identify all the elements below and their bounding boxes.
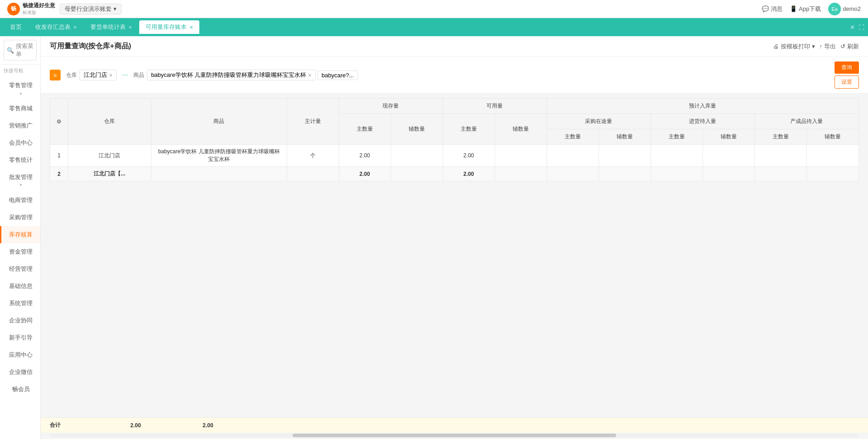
sidebar-business-label: 经营管理	[9, 265, 33, 273]
row-2-product	[151, 167, 287, 181]
sidebar-item-business[interactable]: 经营管理	[0, 260, 40, 278]
chevron-down-icon: ▲	[19, 91, 23, 95]
search-icon: 🔍	[7, 47, 14, 54]
sidebar: 🔍 搜索菜单 快捷导航 零售管理 ▲ 零售商城 营销推广 会员中心 零售统计 批…	[0, 36, 41, 439]
print-label: 按模板打印	[781, 42, 810, 51]
tab-action-expand[interactable]: ⛶	[859, 24, 864, 31]
sidebar-search[interactable]: 🔍 搜索菜单	[0, 36, 40, 65]
refresh-btn[interactable]: ↺ 刷新	[840, 42, 859, 51]
warehouse-tag-0-text: 江北门店	[84, 71, 107, 79]
product-filter-label: 商品	[133, 71, 144, 79]
sidebar-item-ecommerce[interactable]: 电商管理	[0, 192, 40, 209]
brand-info: 畅捷通好生意 标准版	[23, 2, 55, 16]
sidebar-item-zero-retail[interactable]: 零售管理 ▲	[0, 77, 40, 100]
tab-available-stock-label: 可用量库存账本	[146, 23, 187, 31]
row-1-prod-main	[755, 145, 807, 167]
sidebar-item-finance[interactable]: 资金管理	[0, 243, 40, 260]
th-purchase-main: 主数量	[547, 129, 599, 145]
sidebar-item-wholesale[interactable]: 批发管理 ▼	[0, 169, 40, 192]
warehouse-filter-group: 仓库 江北门店 ✕	[66, 70, 117, 80]
message-btn[interactable]: 💬 消息	[762, 5, 783, 13]
top-bar-left: 畅 畅捷通好生意 标准版 母婴行业演示账套 ▾	[7, 2, 122, 16]
row-2-unit	[287, 167, 339, 181]
th-purchase-transit: 采购在途量	[547, 114, 651, 129]
row-1-index: 1	[50, 145, 68, 167]
sidebar-item-retail-stats[interactable]: 零售统计	[0, 151, 40, 169]
row-2-purchase-main	[547, 167, 599, 181]
product-tag-0[interactable]: babycare学饮杯 儿童防摔防撞吸管杯重力球吸嘴杯宝宝水杯 ✕	[147, 70, 316, 80]
page-header: 可用量查询(按仓库+商品) 🖨 按模板打印 ▾ ↑ 导出 ↺ 刷新	[41, 36, 868, 57]
footer-stock-main: 2.00	[118, 422, 154, 429]
top-bar-right: 💬 消息 📱 App下载 Ea demo2	[762, 3, 861, 15]
filter-more-warehouse[interactable]: ···	[122, 71, 128, 79]
row-1-inbound-aux	[703, 145, 755, 167]
sidebar-item-enterprise[interactable]: 企业协同	[0, 312, 40, 329]
th-settings[interactable]: ⚙	[50, 99, 68, 145]
product-tag-1[interactable]: babycare?...	[317, 71, 358, 80]
sidebar-guide-label: 新手引导	[9, 334, 33, 342]
tab-bar: 首页 收发存汇总表 ✕ 要货单统计表 ✕ 可用量库存账本 ✕ ✕ ⛶	[0, 18, 868, 36]
top-bar: 畅 畅捷通好生意 标准版 母婴行业演示账套 ▾ 💬 消息 📱 App下载 Ea …	[0, 0, 868, 18]
sidebar-item-marketing[interactable]: 营销推广	[0, 117, 40, 134]
sidebar-item-wechat[interactable]: 企业微信	[0, 363, 40, 381]
th-inbound-pending: 进货待入量	[651, 114, 755, 129]
sidebar-purchase-label: 采购管理	[9, 213, 33, 222]
filter-toggle-btn[interactable]: »	[50, 70, 61, 80]
row-2-warehouse: 江北门店【...	[68, 167, 151, 181]
footer-label: 合计	[50, 421, 118, 429]
th-main-unit: 主计量	[287, 99, 339, 145]
th-purchase-aux: 辅数量	[599, 129, 651, 145]
scroll-bar-thumb[interactable]	[292, 434, 616, 437]
print-icon: 🖨	[773, 43, 779, 50]
tab-order-stats[interactable]: 要货单统计表 ✕	[84, 20, 138, 34]
export-btn[interactable]: ↑ 导出	[820, 42, 836, 51]
sidebar-item-purchase[interactable]: 采购管理	[0, 209, 40, 226]
sidebar-item-guide[interactable]: 新手引导	[0, 329, 40, 346]
sidebar-item-vip[interactable]: 畅会员	[0, 381, 40, 398]
scroll-bar-track	[50, 434, 859, 437]
sidebar-item-app-center[interactable]: 应用中心	[0, 346, 40, 363]
sidebar-item-system[interactable]: 系统管理	[0, 295, 40, 312]
tab-home[interactable]: 首页	[4, 20, 28, 34]
table-scroll-bar[interactable]	[41, 433, 868, 439]
tab-available-stock-close[interactable]: ✕	[189, 25, 193, 30]
sidebar-retail-stats-label: 零售统计	[9, 156, 33, 164]
product-tag-0-remove[interactable]: ✕	[308, 73, 311, 78]
chevron-down-icon-2: ▼	[19, 183, 23, 187]
content-area: 可用量查询(按仓库+商品) 🖨 按模板打印 ▾ ↑ 导出 ↺ 刷新 »	[41, 36, 868, 439]
brand-icon: 畅	[7, 3, 20, 15]
tab-available-stock[interactable]: 可用量库存账本 ✕	[139, 20, 199, 34]
print-btn[interactable]: 🖨 按模板打印 ▾	[773, 42, 815, 51]
refresh-label: 刷新	[847, 42, 859, 51]
sidebar-zero-retail-label: 零售管理	[9, 81, 33, 90]
warehouse-tag-0-remove[interactable]: ✕	[109, 73, 113, 78]
tab-order-stats-close[interactable]: ✕	[128, 25, 132, 30]
product-tag-1-text: babycare?...	[321, 72, 354, 79]
sidebar-item-members[interactable]: 会员中心	[0, 134, 40, 151]
brand-sub: 标准版	[23, 9, 55, 16]
sidebar-wechat-label: 企业微信	[9, 368, 33, 376]
user-profile[interactable]: Ea demo2	[828, 3, 861, 15]
row-1-purchase-main	[547, 145, 599, 167]
tab-receipts-close[interactable]: ✕	[73, 25, 77, 30]
sidebar-item-inventory[interactable]: 库存核算	[0, 226, 40, 243]
tab-receipts[interactable]: 收发存汇总表 ✕	[29, 20, 83, 34]
tab-receipts-label: 收发存汇总表	[35, 23, 71, 31]
data-table: ⚙ 仓库 商品 主计量 现存量 可用量 预计入库量 主数量 辅数量 主数量 辅数…	[50, 98, 859, 181]
sidebar-item-retail-mall[interactable]: 零售商城	[0, 100, 40, 117]
query-button[interactable]: 查询	[835, 61, 859, 74]
filter-actions: 查询 设置	[835, 61, 859, 89]
industry-selector[interactable]: 母婴行业演示账套 ▾	[60, 4, 122, 14]
row-1-stock-main: 2.00	[339, 145, 391, 167]
row-1-purchase-aux	[599, 145, 651, 167]
app-download-btn[interactable]: 📱 App下载	[790, 5, 821, 13]
refresh-icon: ↺	[840, 43, 845, 50]
settings-button[interactable]: 设置	[835, 76, 859, 89]
print-chevron: ▾	[812, 43, 815, 50]
sidebar-item-basic[interactable]: 基础信息	[0, 278, 40, 295]
tab-action-close[interactable]: ✕	[850, 24, 855, 31]
search-menu-btn[interactable]: 🔍 搜索菜单	[4, 40, 37, 61]
main-layout: 🔍 搜索菜单 快捷导航 零售管理 ▲ 零售商城 营销推广 会员中心 零售统计 批…	[0, 36, 868, 439]
footer-avail-main: 2.00	[190, 422, 226, 429]
warehouse-tag-0[interactable]: 江北门店 ✕	[80, 70, 117, 80]
